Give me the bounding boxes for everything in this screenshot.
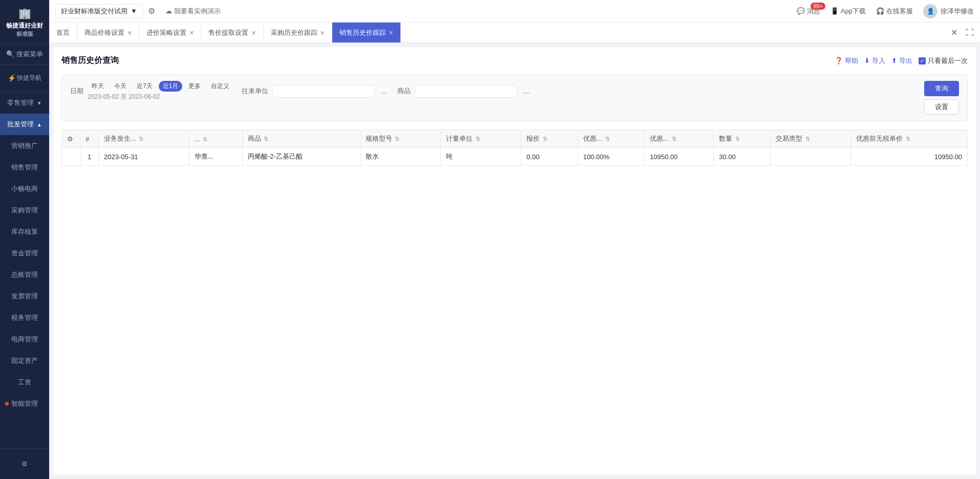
close-icon[interactable]: × [321, 29, 325, 36]
date-range-display: 2023-05-02 至 2023-06-02 [88, 93, 233, 101]
username: 徐泽华修改 [941, 7, 974, 16]
close-icon[interactable]: × [251, 29, 255, 36]
sidebar-search[interactable]: 🔍 搜索菜单 [0, 45, 49, 64]
tab-home[interactable]: 首页 [49, 23, 77, 43]
sort-icon: ⇅ [264, 136, 268, 142]
quick-nav-label: 快捷导航 [17, 74, 41, 82]
query-button[interactable]: 查询 [924, 81, 959, 96]
product-lookup-btn[interactable]: ... [521, 86, 531, 96]
sidebar-item-assets[interactable]: 固定资产 [0, 350, 49, 372]
import-icon: ⬇ [864, 57, 870, 64]
sort-icon: ⇅ [906, 136, 910, 142]
import-link[interactable]: ⬇ 导入 [864, 56, 885, 66]
tabs-bar: 首页 商品价格设置 × 进价策略设置 × 售价提取设置 × 采购历史价跟踪 × … [49, 23, 980, 43]
phone-icon: 📱 [830, 7, 839, 15]
page-header-actions: ❓ 帮助 ⬇ 导入 ⬆ 导出 ✓ 只看最后一次 [835, 56, 968, 66]
sidebar-settings-button[interactable]: ⚙ [0, 455, 49, 473]
topbar-settings-button[interactable]: ⚙ [146, 4, 157, 18]
sort-icon: ⇅ [395, 136, 399, 142]
tab-product-price-label: 商品价格设置 [84, 28, 124, 37]
row-settings[interactable] [62, 148, 80, 166]
row-extra: 华查... [189, 148, 242, 166]
messages-button[interactable]: 💬 消息 99+ [797, 7, 820, 16]
quick-nav-item[interactable]: ⚡ 快捷导航 [0, 69, 49, 88]
col-header-product[interactable]: 商品 ⇅ [242, 130, 360, 148]
col-header-spec[interactable]: 规格型号 ⇅ [360, 130, 440, 148]
date-7days-btn[interactable]: 近7天 [133, 81, 157, 92]
close-icon[interactable]: × [189, 29, 194, 36]
settings-button[interactable]: 设置 [924, 99, 959, 115]
supplier-input[interactable] [272, 85, 375, 98]
col-header-date[interactable]: 业务发生... ⇅ [99, 130, 189, 148]
close-icon[interactable]: × [389, 29, 393, 36]
sidebar-item-inventory[interactable]: 库存核算 [0, 221, 49, 243]
tab-purchase-history[interactable]: 采购历史价跟踪 × [264, 23, 332, 43]
help-link[interactable]: ❓ 帮助 [835, 56, 858, 66]
col-header-settings[interactable]: ⚙ [62, 130, 80, 148]
date-yesterday-btn[interactable]: 昨天 [88, 81, 108, 92]
date-more-btn[interactable]: 更多 [184, 81, 205, 92]
sort-icon: ⇅ [605, 136, 610, 142]
sidebar-item-sales[interactable]: 销售管理 [0, 157, 49, 178]
row-discount2: 10950.00 [645, 148, 714, 166]
online-service-button[interactable]: 🎧 在线客服 [876, 7, 913, 16]
date-custom-btn[interactable]: 自定义 [207, 81, 233, 92]
sidebar-item-smart[interactable]: 智能管理 [0, 393, 49, 415]
sidebar-item-payroll[interactable]: 工资 [0, 372, 49, 393]
col-header-unit[interactable]: 计量单位 ⇅ [440, 130, 521, 148]
col-header-discount1[interactable]: 优惠... ⇅ [578, 130, 645, 148]
tab-purchase-strategy[interactable]: 进价策略设置 × [139, 23, 201, 43]
row-discount1: 100.00% [578, 148, 645, 166]
sidebar-item-wholesale[interactable]: 批发管理 ▲ [0, 114, 49, 135]
demo-link[interactable]: ☁ 我要看实例演示 [165, 7, 221, 16]
product-input[interactable] [415, 85, 517, 98]
ecommerce-label: 电商管理 [11, 335, 38, 343]
smart-dot-icon [5, 402, 9, 406]
sidebar-item-invoice[interactable]: 发票管理 [0, 286, 49, 307]
sidebar-item-capital[interactable]: 资金管理 [0, 243, 49, 264]
page-title: 销售历史价查询 [61, 55, 119, 66]
last-only-checkbox[interactable]: ✓ 只看最后一次 [919, 56, 968, 66]
col-header-trade-type[interactable]: 交易类型 ⇅ [771, 130, 851, 148]
col-header-num: # [80, 130, 99, 148]
tab-sale-extract[interactable]: 售价提取设置 × [201, 23, 263, 43]
capital-label: 资金管理 [11, 249, 38, 257]
date-1month-btn[interactable]: 近1月 [159, 81, 183, 92]
col-product-label: 商品 [248, 135, 261, 142]
sort-icon: ⇅ [139, 136, 143, 142]
col-header-qty[interactable]: 数量 ⇅ [714, 130, 771, 148]
col-pretax-price-label: 优惠前无税单价 [856, 135, 903, 142]
close-tab-button[interactable]: ✕ [947, 26, 962, 39]
sidebar-item-purchase[interactable]: 采购管理 [0, 200, 49, 221]
close-icon[interactable]: × [127, 29, 132, 36]
app-download-button[interactable]: 📱 App下载 [830, 7, 866, 16]
tab-product-price[interactable]: 商品价格设置 × [77, 23, 139, 43]
sidebar-item-small-ecommerce[interactable]: 小畅电商 [0, 178, 49, 200]
expand-tabs-button[interactable]: ⛶ [962, 26, 978, 39]
col-header-price[interactable]: 报价 ⇅ [521, 130, 578, 148]
app-logo: 🏢 畅捷通好业财 标准版 [0, 0, 49, 45]
row-trade-type [771, 148, 851, 166]
col-header-extra[interactable]: ... ⇅ [189, 130, 242, 148]
sidebar-item-retail[interactable]: 零售管理 ▼ [0, 92, 49, 114]
col-header-pretax-price[interactable]: 优惠前无税单价 ⇅ [851, 130, 968, 148]
app-download-label: App下载 [841, 7, 866, 16]
date-today-btn[interactable]: 今天 [110, 81, 131, 92]
import-label: 导入 [872, 56, 885, 66]
sidebar-item-ledger[interactable]: 总账管理 [0, 264, 49, 286]
small-ecommerce-label: 小畅电商 [11, 185, 38, 192]
supplier-lookup-btn[interactable]: ... [379, 86, 389, 96]
search-label: 搜索菜单 [16, 50, 43, 58]
col-extra-label: ... [195, 135, 200, 143]
export-link[interactable]: ⬆ 导出 [891, 56, 912, 66]
settings-icon: ⚙ [148, 7, 155, 15]
col-header-discount2[interactable]: 优惠... ⇅ [645, 130, 714, 148]
sidebar-item-tax[interactable]: 税务管理 [0, 307, 49, 329]
last-only-label: 只看最后一次 [928, 56, 968, 66]
tab-purchase-strategy-label: 进价策略设置 [146, 28, 186, 37]
sidebar-item-marketing[interactable]: 营销推广 [0, 135, 49, 157]
sidebar-item-ecommerce[interactable]: 电商管理 [0, 329, 49, 350]
user-menu[interactable]: 👤 徐泽华修改 [923, 4, 974, 18]
module-selector[interactable]: 好业财标准版交付试用 ▼ [55, 4, 143, 18]
tab-sale-history[interactable]: 销售历史价跟踪 × [332, 23, 401, 43]
